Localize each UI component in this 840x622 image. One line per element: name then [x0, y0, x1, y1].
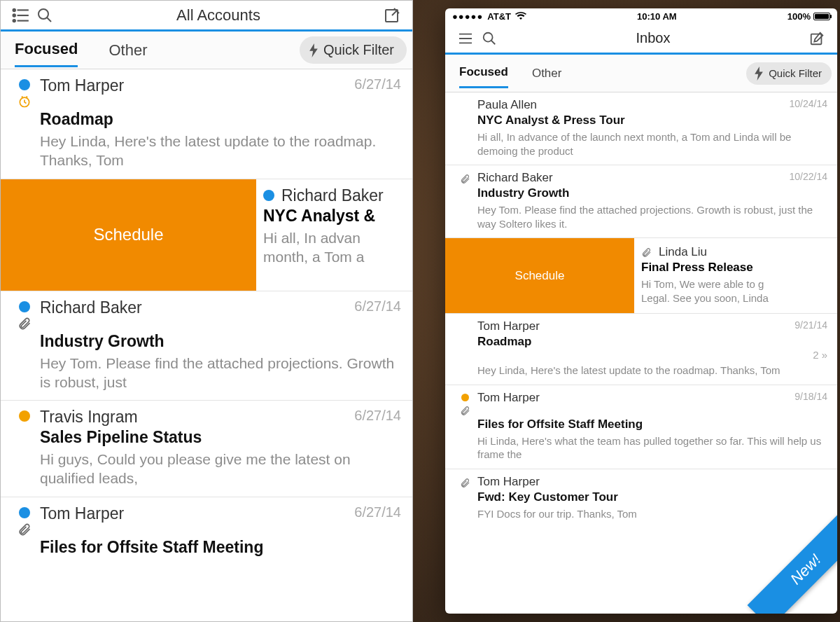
compose-icon[interactable] [805, 27, 829, 50]
attachment-icon [18, 523, 31, 537]
date: 6/27/14 [354, 76, 401, 109]
unread-dot-icon [19, 507, 30, 518]
subject: Roadmap [477, 335, 827, 349]
svg-point-6 [38, 9, 48, 19]
unread-dot-icon [263, 190, 274, 201]
subject: Sales Pipeline Status [40, 428, 401, 447]
preview: Hi Tom, We were able to g Legal. See you… [641, 277, 832, 305]
clock: 10:10 AM [526, 11, 788, 22]
sender: Richard Baker [477, 171, 787, 185]
date: 6/27/14 [354, 408, 401, 427]
email-row[interactable]: Richard Baker 10/22/14 Industry Growth H… [445, 165, 837, 238]
email-row[interactable]: Tom Harper 9/18/14 Files for Offsite Sta… [445, 385, 837, 469]
header: Inbox [445, 24, 837, 55]
tab-focused[interactable]: Focused [459, 58, 508, 88]
svg-point-13 [484, 32, 493, 41]
swipe-content: Richard Baker NYC Analyst & Hi all, In a… [256, 179, 412, 291]
clock-icon [18, 95, 31, 109]
left-screenshot: All Accounts Focused Other Quick Filter … [0, 0, 413, 622]
subject: NYC Analyst & Press Tour [477, 113, 827, 127]
attachment-icon [460, 406, 470, 416]
attachment-icon [641, 247, 652, 258]
svg-point-0 [13, 8, 15, 11]
tab-bar: Focused Other Quick Filter [1, 32, 412, 69]
email-row[interactable]: Paula Allen 10/24/14 NYC Analyst & Press… [445, 92, 837, 165]
svg-point-2 [13, 14, 15, 16]
email-row[interactable]: Richard Baker 6/27/14 Industry Growth He… [1, 291, 412, 401]
svg-line-7 [47, 18, 51, 22]
unread-dot-icon [19, 301, 30, 312]
preview: Hey Tom. Please find the attached projec… [40, 354, 401, 392]
email-list: Paula Allen 10/24/14 NYC Analyst & Press… [445, 92, 837, 614]
wifi-icon [515, 11, 526, 22]
preview: Hey Tom. Please find the attached projec… [477, 203, 827, 230]
attachment-icon [18, 317, 31, 331]
subject: Files for Offsite Staff Meeting [40, 538, 401, 557]
email-row[interactable]: Tom Harper 6/27/14 Roadmap Hey Linda, He… [1, 69, 412, 179]
preview: Hi Linda, Here's what the team has pulle… [477, 434, 827, 462]
date: 9/18/14 [794, 391, 827, 416]
swipe-row[interactable]: Schedule Linda Liu Final Press Release H… [445, 238, 837, 314]
menu-icon[interactable] [454, 27, 477, 50]
quick-filter-label: Quick Filter [769, 67, 822, 79]
email-row[interactable]: Tom Harper 6/27/14 Files for Offsite Sta… [1, 497, 412, 565]
sender: Linda Liu [659, 245, 707, 259]
sender: Paula Allen [477, 98, 787, 112]
unread-dot-icon [461, 394, 469, 401]
preview: Hey Linda, Here's the latest update to t… [477, 364, 827, 378]
subject: Files for Offsite Staff Meeting [477, 417, 827, 431]
tab-other[interactable]: Other [108, 34, 147, 67]
subject: Fwd: Key Customer Tour [477, 490, 827, 504]
header-title[interactable]: All Accounts [57, 6, 380, 25]
subject: Industry Growth [477, 186, 827, 200]
thread-count: 2 » [794, 349, 827, 361]
quick-filter-button[interactable]: Quick Filter [300, 36, 407, 64]
preview: FYI Docs for our trip. Thanks, Tom [477, 507, 827, 521]
quick-filter-label: Quick Filter [323, 42, 394, 58]
email-row[interactable]: Tom Harper Fwd: Key Customer Tour FYI Do… [445, 469, 837, 528]
date: 10/24/14 [790, 98, 828, 112]
search-icon[interactable] [477, 27, 501, 50]
tab-focused[interactable]: Focused [15, 33, 78, 67]
tab-bar: Focused Other Quick Filter [445, 55, 837, 92]
swipe-content: Linda Liu Final Press Release Hi Tom, We… [634, 238, 837, 313]
sender: Tom Harper [477, 391, 792, 416]
email-row[interactable]: Tom Harper 9/21/14 Roadmap 2 » Hey Linda… [445, 314, 837, 385]
svg-point-4 [13, 19, 15, 21]
sender: Tom Harper [40, 504, 351, 537]
sender: Richard Baker [40, 298, 351, 331]
schedule-action[interactable]: Schedule [445, 238, 634, 313]
sender: Travis Ingram [40, 408, 351, 427]
schedule-action[interactable]: Schedule [1, 179, 256, 291]
carrier: AT&T [487, 11, 511, 22]
menu-icon[interactable] [9, 4, 33, 27]
sender: Tom Harper [477, 475, 825, 489]
subject: NYC Analyst & [263, 207, 407, 226]
tab-other[interactable]: Other [532, 60, 562, 88]
subject: Roadmap [40, 110, 401, 129]
date: 10/22/14 [790, 171, 828, 185]
svg-line-14 [491, 40, 496, 44]
subject: Final Press Release [641, 261, 832, 275]
compose-icon[interactable] [380, 4, 404, 27]
svg-rect-15 [811, 34, 822, 44]
sender: Tom Harper [40, 76, 351, 109]
signal-icon: ●●●●● [452, 11, 483, 22]
subject: Industry Growth [40, 332, 401, 351]
swipe-row[interactable]: Schedule Richard Baker NYC Analyst & Hi … [1, 179, 412, 291]
email-row[interactable]: Travis Ingram 6/27/14 Sales Pipeline Sta… [1, 401, 412, 497]
bolt-icon [308, 43, 319, 57]
bolt-icon [753, 67, 764, 81]
preview: Hi all, In advan month, a Tom a [263, 228, 407, 267]
date: 6/27/14 [354, 298, 401, 331]
unread-dot-icon [19, 410, 30, 422]
sender: Richard Baker [281, 186, 384, 205]
status-bar: ●●●●● AT&T 10:10 AM 100% [445, 8, 837, 24]
battery-icon [813, 13, 830, 20]
date: 9/21/14 [794, 319, 827, 333]
search-icon[interactable] [33, 4, 57, 27]
header-title[interactable]: Inbox [501, 30, 805, 46]
date: 6/27/14 [354, 504, 401, 537]
sender: Tom Harper [477, 319, 792, 333]
quick-filter-button[interactable]: Quick Filter [746, 62, 832, 85]
